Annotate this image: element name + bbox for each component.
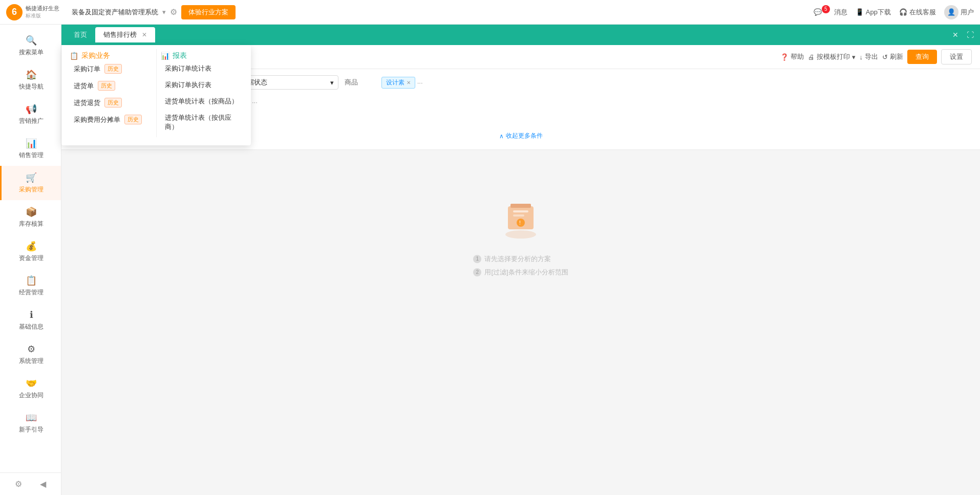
goods-tag: 设计素 ✕ xyxy=(381,77,415,89)
print-label: 按模板打印 xyxy=(817,52,850,61)
headset-icon: 🎧 xyxy=(899,8,907,16)
sidebar-label-purchase: 采购管理 xyxy=(19,185,44,194)
sidebar-label-guide: 新手引导 xyxy=(19,425,44,434)
help-btn[interactable]: ❓ 帮助 xyxy=(780,52,804,61)
svg-rect-2 xyxy=(510,204,531,208)
order-exec-label: 采购订单执行表 xyxy=(165,80,211,90)
empty-hint-2-text: 用[过滤]条件来缩小分析范围 xyxy=(484,266,568,279)
sales-rep-dots[interactable]: ··· xyxy=(252,98,258,106)
tab-sales-ranking[interactable]: 销售排行榜 ✕ xyxy=(95,27,155,42)
goods-dots[interactable]: ··· xyxy=(417,79,423,87)
goods-return-history-badge: 历史 xyxy=(104,98,122,107)
user-btn[interactable]: 👤 用户 xyxy=(944,5,974,19)
collapse-arrow-icon: ∧ xyxy=(499,133,504,140)
nav-settings-icon[interactable]: ⚙ xyxy=(170,7,177,17)
sidebar-item-enterprise[interactable]: 🤝 企业协同 xyxy=(0,372,61,406)
dropdown-item-goods-return[interactable]: 进货退货 历史 xyxy=(70,94,152,111)
sidebar-settings-icon[interactable]: ⚙ xyxy=(15,479,22,489)
sidebar: 🔍 搜索菜单 🏠 快捷导航 📢 营销推广 📊 销售管理 🛒 采购管理 📦 库存核… xyxy=(0,25,61,495)
sidebar-item-system[interactable]: ⚙ 系统管理 xyxy=(0,337,61,372)
sidebar-item-marketing[interactable]: 📢 营销推广 xyxy=(0,97,61,132)
inventory-icon: 📦 xyxy=(26,206,37,218)
dropdown-item-purchase-expense[interactable]: 采购费用分摊单 历史 xyxy=(70,111,152,128)
goods-tag-close[interactable]: ✕ xyxy=(407,80,411,85)
sidebar-item-inventory[interactable]: 📦 库存核算 xyxy=(0,200,61,234)
operations-icon: 📋 xyxy=(26,275,37,286)
logo-text: 畅捷通好生意 标准版 xyxy=(26,5,59,19)
empty-hint-2: 2 用[过滤]条件来缩小分析范围 xyxy=(473,266,568,279)
svg-text:!: ! xyxy=(519,220,521,226)
sidebar-collapse-icon[interactable]: ◀ xyxy=(40,479,46,489)
message-btn[interactable]: 💬 5 消息 xyxy=(814,8,847,17)
dropdown-item-order-exec[interactable]: 采购订单执行表 xyxy=(161,77,243,93)
refresh-btn[interactable]: ↺ 刷新 xyxy=(882,52,903,61)
svg-rect-4 xyxy=(513,214,524,217)
doc-status-arrow: ▾ xyxy=(330,79,334,87)
empty-hint-1-text: 请先选择要分析的方案 xyxy=(484,252,551,266)
export-btn[interactable]: ↓ 导出 xyxy=(860,52,879,61)
empty-dot-2: 2 xyxy=(473,268,481,276)
sidebar-item-sales[interactable]: 📊 销售管理 xyxy=(0,132,61,166)
sidebar-bottom: ⚙ ◀ xyxy=(0,472,61,495)
online-service-btn[interactable]: 🎧 在线客服 xyxy=(899,8,936,17)
top-right: 💬 5 消息 📱 App下载 🎧 在线客服 👤 用户 xyxy=(814,5,974,19)
goods-label: 商品 xyxy=(345,78,375,87)
sidebar-item-quick-nav[interactable]: 🏠 快捷导航 xyxy=(0,63,61,97)
goods-receipt-label: 进货单 xyxy=(74,81,94,91)
collapse-label: 收起更多条件 xyxy=(506,132,543,140)
sidebar-item-guide[interactable]: 📖 新手引导 xyxy=(0,406,61,440)
dropdown-col-purchase: 📋 采购业务 采购订单 历史 进货单 历史 进货退货 历史 采购费用分摊单 历史 xyxy=(70,49,152,137)
purchase-order-history-badge: 历史 xyxy=(104,64,122,74)
logo-icon: 6 xyxy=(6,4,23,20)
message-badge: 5 xyxy=(822,5,830,13)
tab-close-btn[interactable]: ✕ xyxy=(950,29,961,41)
sidebar-item-purchase[interactable]: 🛒 采购管理 xyxy=(0,166,61,200)
dropdown-item-goods-receipt[interactable]: 进货单 历史 xyxy=(70,77,152,94)
sidebar-item-capital[interactable]: 💰 资金管理 xyxy=(0,234,61,269)
purchase-order-label: 采购订单 xyxy=(74,64,100,74)
help-icon: ❓ xyxy=(780,53,789,61)
dropdown-item-receipt-by-goods[interactable]: 进货单统计表（按商品） xyxy=(161,93,243,110)
app-download-btn[interactable]: 📱 App下载 xyxy=(856,8,891,17)
dropdown-item-purchase-order[interactable]: 采购订单 历史 xyxy=(70,60,152,77)
sidebar-label-inventory: 库存核算 xyxy=(19,220,44,228)
refresh-icon: ↺ xyxy=(882,53,888,61)
tab-fullscreen-btn[interactable]: ⛶ xyxy=(965,29,976,41)
sales-icon: 📊 xyxy=(26,138,37,149)
print-dropdown-icon: ▾ xyxy=(852,53,856,61)
goods-receipt-history-badge: 历史 xyxy=(98,81,115,91)
phone-icon: 📱 xyxy=(856,8,864,16)
help-label: 帮助 xyxy=(791,52,804,61)
settings-btn[interactable]: 设置 xyxy=(941,49,972,64)
purchase-dropdown: 📋 采购业务 采购订单 历史 进货单 历史 进货退货 历史 采购费用分摊单 历史 xyxy=(61,45,251,145)
purchase-expense-label: 采购费用分摊单 xyxy=(74,115,120,124)
sidebar-item-search[interactable]: 🔍 搜索菜单 xyxy=(0,29,61,63)
sidebar-label-marketing: 营销推广 xyxy=(19,117,44,125)
doc-status-select[interactable]: 单据状态 ▾ xyxy=(236,75,338,90)
app-name: 畅捷通好生意 xyxy=(26,5,59,12)
dropdown-item-receipt-by-supplier[interactable]: 进货单统计表（按供应商） xyxy=(161,110,243,135)
empty-text: 1 请先选择要分析的方案 2 用[过滤]条件来缩小分析范围 xyxy=(473,252,568,279)
sidebar-label-system: 系统管理 xyxy=(19,357,44,365)
tab-sales-ranking-label: 销售排行榜 xyxy=(103,31,137,38)
sidebar-label-search: 搜索菜单 xyxy=(19,48,44,57)
empty-hint-1: 1 请先选择要分析的方案 xyxy=(473,252,568,266)
print-btn[interactable]: 🖨 按模板打印 ▾ xyxy=(808,52,856,61)
tab-home[interactable]: 首页 xyxy=(66,27,95,42)
toolbar-right: ❓ 帮助 🖨 按模板打印 ▾ ↓ 导出 ↺ 刷新 xyxy=(780,49,972,64)
dropdown-columns: 📋 采购业务 采购订单 历史 进货单 历史 进货退货 历史 采购费用分摊单 历史 xyxy=(61,49,251,141)
dropdown-item-order-stats[interactable]: 采购订单统计表 xyxy=(161,60,243,77)
logo-area: 6 畅捷通好生意 标准版 xyxy=(6,4,68,20)
print-icon: 🖨 xyxy=(808,53,815,61)
nav-arrow-icon[interactable]: ▾ xyxy=(162,8,166,16)
dropdown-divider xyxy=(156,49,157,137)
query-btn[interactable]: 查询 xyxy=(907,50,937,64)
tab-close-icon[interactable]: ✕ xyxy=(142,31,147,38)
search-icon: 🔍 xyxy=(26,35,37,46)
industry-btn[interactable]: 体验行业方案 xyxy=(181,5,236,19)
enterprise-icon: 🤝 xyxy=(26,378,37,389)
avatar: 👤 xyxy=(944,5,958,19)
sidebar-item-basic-info[interactable]: ℹ 基础信息 xyxy=(0,303,61,337)
sidebar-item-operations[interactable]: 📋 经营管理 xyxy=(0,269,61,303)
online-service-label: 在线客服 xyxy=(909,8,936,17)
